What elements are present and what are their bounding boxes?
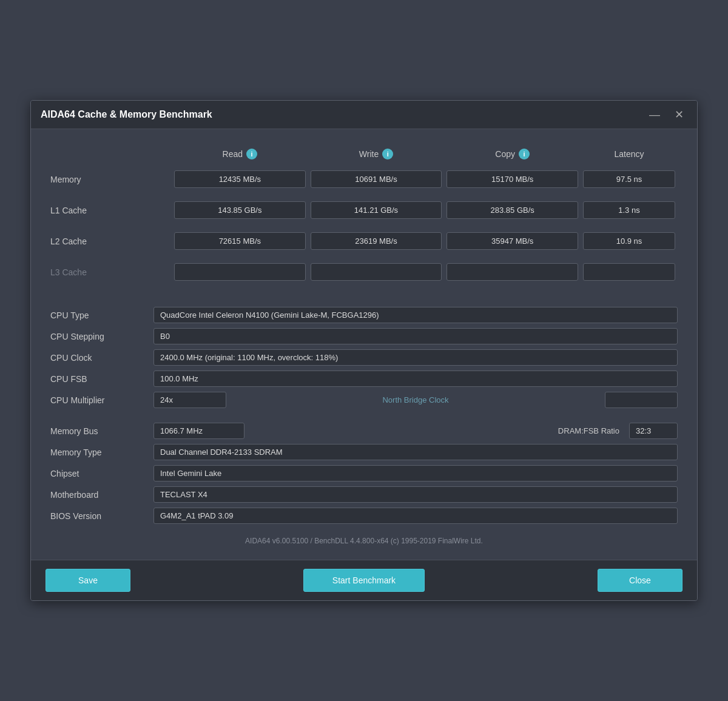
motherboard-row: Motherboard TECLAST X4 [50,485,678,505]
motherboard-value: TECLAST X4 [153,486,678,503]
content-area: Read i Write i Copy i Latency Memory 124… [31,129,697,560]
close-button[interactable]: Close [598,569,682,592]
l1-latency-value: 1.3 ns [583,201,675,219]
col-header-empty [50,144,172,167]
l2-read-value: 72615 MB/s [174,232,306,250]
motherboard-label: Motherboard [50,485,153,505]
read-info-icon[interactable]: i [246,149,257,159]
l3-copy-value [447,263,578,281]
bios-row: BIOS Version G4M2_A1 tPAD 3.09 [50,506,678,526]
l1-read-value: 143.85 GB/s [174,201,306,219]
cpu-type-value-wrap: QuadCore Intel Celeron N4100 (Gemini Lak… [153,305,678,325]
l1-latency-cell: 1.3 ns [581,198,678,223]
cpu-type-label: CPU Type [50,305,153,325]
cpu-type-row: CPU Type QuadCore Intel Celeron N4100 (G… [50,305,678,325]
chipset-label: Chipset [50,463,153,483]
minimize-button[interactable]: — [645,108,664,121]
memory-latency-value: 97.5 ns [583,170,675,188]
benchmark-grid: Read i Write i Copy i Latency Memory 124… [50,144,678,284]
copy-info-icon[interactable]: i [519,149,530,159]
memory-row-label: Memory [50,167,172,192]
save-button[interactable]: Save [46,569,130,592]
cpu-multiplier-row: CPU Multiplier 24x North Bridge Clock [50,390,678,410]
l1-write-cell: 141.21 GB/s [308,198,445,223]
cpu-multiplier-value: 24x [153,392,226,408]
memory-write-value: 10691 MB/s [311,170,442,188]
l2-write-cell: 23619 MB/s [308,229,445,253]
l3-read-value [174,263,306,281]
window-title: AIDA64 Cache & Memory Benchmark [41,109,212,120]
cpu-multiplier-values: 24x North Bridge Clock [153,390,678,410]
chipset-row: Chipset Intel Gemini Lake [50,463,678,483]
footer-text: AIDA64 v6.00.5100 / BenchDLL 4.4.800-x64… [50,527,678,550]
memory-read-value: 12435 MB/s [174,170,306,188]
chipset-value-wrap: Intel Gemini Lake [153,463,678,483]
nb-clock-value [605,392,678,408]
memory-type-value: Dual Channel DDR4-2133 SDRAM [153,444,678,460]
l3-latency-cell [581,260,678,284]
cpu-stepping-value-wrap: B0 [153,326,678,346]
l2-read-cell: 72615 MB/s [172,229,308,253]
cpu-fsb-value-wrap: 100.0 MHz [153,369,678,389]
memory-bus-value: 1066.7 MHz [153,423,244,439]
cpu-fsb-value: 100.0 MHz [153,371,678,387]
write-info-icon[interactable]: i [382,149,393,159]
col-header-write: Write i [308,144,445,167]
memory-latency-cell: 97.5 ns [581,167,678,192]
cpu-clock-row: CPU Clock 2400.0 MHz (original: 1100 MHz… [50,347,678,367]
memory-read-cell: 12435 MB/s [172,167,308,192]
bios-value-wrap: G4M2_A1 tPAD 3.09 [153,506,678,526]
main-window: AIDA64 Cache & Memory Benchmark — ✕ Read… [30,100,698,601]
l1-copy-cell: 283.85 GB/s [444,198,581,223]
chipset-value: Intel Gemini Lake [153,465,678,481]
memory-copy-value: 15170 MB/s [447,170,578,188]
l1-copy-value: 283.85 GB/s [447,201,578,219]
l3-latency-value [583,263,675,281]
col-header-read: Read i [172,144,308,167]
l3-copy-cell [444,260,581,284]
col-header-latency: Latency [581,144,678,167]
cpu-clock-value-wrap: 2400.0 MHz (original: 1100 MHz, overcloc… [153,347,678,367]
l1-write-value: 141.21 GB/s [311,201,442,219]
memory-type-label: Memory Type [50,442,153,462]
memory-copy-cell: 15170 MB/s [444,167,581,192]
section-spacer-1 [50,295,678,305]
section-spacer-2 [50,411,678,421]
l2-copy-cell: 35947 MB/s [444,229,581,253]
cpu-fsb-row: CPU FSB 100.0 MHz [50,369,678,389]
cpu-multiplier-label: CPU Multiplier [50,390,153,410]
title-bar-controls: — ✕ [645,108,687,121]
memory-type-value-wrap: Dual Channel DDR4-2133 SDRAM [153,442,678,462]
start-benchmark-button[interactable]: Start Benchmark [303,569,425,592]
memory-bus-row: Memory Bus 1066.7 MHz DRAM:FSB Ratio 32:… [50,421,678,441]
spacer-1 [50,192,678,198]
title-bar: AIDA64 Cache & Memory Benchmark — ✕ [31,101,697,129]
l2-latency-value: 10.9 ns [583,232,675,250]
l2-copy-value: 35947 MB/s [447,232,578,250]
cpu-stepping-label: CPU Stepping [50,326,153,346]
l2-latency-cell: 10.9 ns [581,229,678,253]
l3-read-cell [172,260,308,284]
col-header-copy: Copy i [444,144,581,167]
l2-write-value: 23619 MB/s [311,232,442,250]
bios-value: G4M2_A1 tPAD 3.09 [153,508,678,524]
spacer-3 [50,253,678,260]
l3-row-label: L3 Cache [50,260,172,284]
bios-label: BIOS Version [50,506,153,526]
spacer-2 [50,223,678,229]
cpu-clock-value: 2400.0 MHz (original: 1100 MHz, overcloc… [153,349,678,366]
memory-type-row: Memory Type Dual Channel DDR4-2133 SDRAM [50,442,678,462]
cpu-clock-label: CPU Clock [50,347,153,367]
l1-row-label: L1 Cache [50,198,172,223]
cpu-stepping-value: B0 [153,328,678,344]
memory-bus-label: Memory Bus [50,421,153,441]
bottom-bar: Save Start Benchmark Close [31,560,697,600]
cpu-type-value: QuadCore Intel Celeron N4100 (Gemini Lak… [153,307,678,323]
dram-fsb-label: DRAM:FSB Ratio [249,426,619,435]
close-window-button[interactable]: ✕ [671,108,687,121]
l2-row-label: L2 Cache [50,229,172,253]
cpu-fsb-label: CPU FSB [50,369,153,389]
l1-read-cell: 143.85 GB/s [172,198,308,223]
memory-write-cell: 10691 MB/s [308,167,445,192]
l3-write-value [311,263,442,281]
